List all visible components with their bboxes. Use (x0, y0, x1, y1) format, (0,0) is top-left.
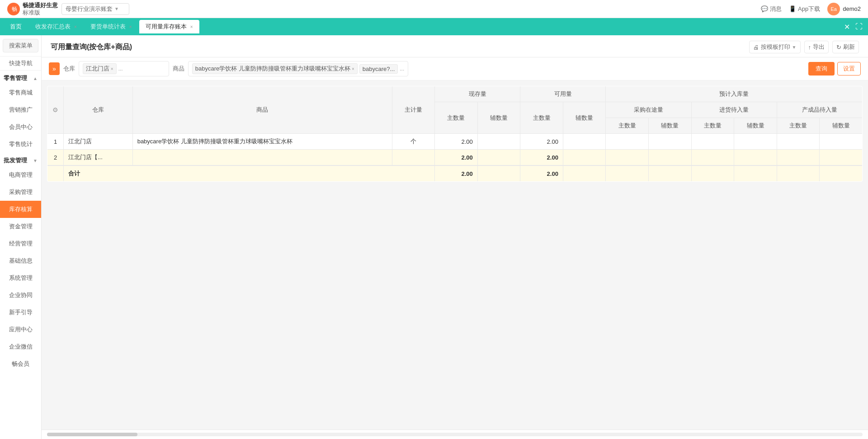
export-button[interactable]: ↑ 导出 (804, 41, 829, 53)
refresh-button[interactable]: ↻ 刷新 (832, 41, 859, 53)
sidebar-group-retail[interactable]: 零售管理 ▲ (0, 71, 41, 84)
quick-nav-label: 快捷导航 (9, 60, 33, 66)
nav-tabs: 首页 收发存汇总表 × 要货单统计表 × 可用量库存账本 × ✕ ⛶ (0, 18, 868, 35)
sidebar-group-wholesale[interactable]: 批发管理 ▼ (0, 153, 41, 166)
row1-uom: 个 (392, 134, 435, 150)
row2-pur-main (606, 150, 649, 166)
tab-kuyongliang[interactable]: 可用量库存账本 × (139, 20, 199, 33)
message-button[interactable]: 💬 消息 (761, 5, 782, 13)
sidebar-item-retail-mall[interactable]: 零售商城 (0, 84, 41, 101)
sidebar-item-ecommerce[interactable]: 电商管理 (0, 166, 41, 184)
product-tag-1-remove-icon[interactable]: × (352, 66, 354, 71)
col-product-main: 主数量 (777, 118, 820, 134)
sidebar-item-label: 企业微信 (9, 343, 33, 351)
close-all-icon[interactable]: ✕ (842, 21, 852, 33)
app-icon: 📱 (789, 5, 796, 12)
sidebar: 搜索菜单 快捷导航 零售管理 ▲ 零售商城 营销推广 会员中心 零售统计 批发管… (0, 35, 42, 439)
warehouse-filter-input[interactable]: 江北门店 × ... (79, 61, 169, 76)
row1-in-main (691, 134, 734, 150)
total-prod-main (777, 165, 820, 182)
tab-label: 收发存汇总表 (35, 23, 71, 31)
print-button[interactable]: 🖨 按模板打印 ▼ (749, 41, 801, 53)
sidebar-item-label: 基础信息 (9, 257, 33, 265)
sidebar-item-newbie[interactable]: 新手引导 (0, 304, 41, 321)
row1-warehouse: 江北门店 (64, 134, 133, 150)
row1-product: babycare学饮杯 儿童防摔防撞吸管杯重力球吸嘴杯宝宝水杯 (132, 134, 392, 150)
sidebar-item-retail-stats[interactable]: 零售统计 (0, 136, 41, 153)
sidebar-item-marketing[interactable]: 营销推广 (0, 101, 41, 118)
sidebar-item-purchase[interactable]: 采购管理 (0, 184, 41, 201)
tab-yaohuo[interactable]: 要货单统计表 × (84, 20, 138, 33)
tab-close-icon[interactable]: × (129, 24, 132, 29)
settings-button[interactable]: 设置 (837, 62, 861, 76)
top-bar-right: 💬 消息 📱 App下载 Ea demo2 (761, 3, 861, 15)
sidebar-item-label: 系统管理 (9, 274, 33, 282)
col-uom-header: 主计量 (392, 86, 435, 134)
sidebar-item-ops[interactable]: 经营管理 (0, 235, 41, 252)
sidebar-item-basic[interactable]: 基础信息 (0, 252, 41, 269)
print-label: 按模板打印 (761, 43, 790, 51)
home-tab-label: 首页 (10, 23, 22, 31)
scrollbar-thumb[interactable] (47, 433, 137, 436)
row2-product (132, 150, 392, 166)
sidebar-item-vip[interactable]: 畅会员 (0, 355, 41, 373)
horizontal-scrollbar[interactable] (47, 433, 863, 436)
tab-shoufacun[interactable]: 收发存汇总表 × (29, 20, 83, 33)
row2-uom (392, 150, 435, 166)
col-warehouse-header: 仓库 (64, 86, 133, 134)
row2-in-main (691, 150, 734, 166)
sidebar-item-finance[interactable]: 资金管理 (0, 218, 41, 235)
logo-text: 畅捷通好生意 标准版 (23, 2, 58, 16)
avatar: Ea (827, 3, 840, 15)
row2-pur-aux (649, 150, 692, 166)
message-icon: 💬 (761, 5, 768, 12)
col-pur-transit-aux: 辅数量 (649, 118, 692, 134)
warehouse-tag-remove-icon[interactable]: × (111, 66, 113, 71)
row1-pur-aux (649, 134, 692, 150)
sidebar-item-inventory[interactable]: 库存核算 (0, 201, 41, 218)
product-tag-1: babycare学饮杯 儿童防摔防撞吸管杯重力球吸嘴杯宝宝水杯 × (192, 63, 358, 74)
sidebar-item-system[interactable]: 系统管理 (0, 269, 41, 287)
page-actions: 🖨 按模板打印 ▼ ↑ 导出 ↻ 刷新 (749, 41, 859, 53)
industry-selector[interactable]: 母婴行业演示账套 ▼ (61, 3, 129, 15)
row1-prod-aux (820, 134, 863, 150)
filter-actions: 查询 设置 (808, 62, 861, 76)
sidebar-item-label: 企业协同 (9, 291, 33, 299)
sidebar-item-label: 资金管理 (9, 222, 33, 231)
user-avatar-button[interactable]: Ea demo2 (827, 3, 861, 15)
sidebar-item-label: 经营管理 (9, 240, 33, 248)
sidebar-item-appstore[interactable]: 应用中心 (0, 321, 41, 338)
sidebar-item-label: 新手引导 (9, 308, 33, 316)
search-menu-button[interactable]: 搜索菜单 (3, 39, 38, 52)
row2-warehouse: 江北门店【... (64, 150, 133, 166)
tab-close-icon[interactable]: × (190, 24, 193, 29)
tab-home[interactable]: 首页 (4, 20, 28, 33)
sidebar-item-label: 电商管理 (9, 171, 33, 179)
filter-more-icon[interactable]: ... (118, 66, 123, 72)
tab-label: 要货单统计表 (90, 23, 126, 31)
chevron-down-icon: ▼ (33, 158, 38, 163)
tab-label: 可用量库存账本 (146, 23, 187, 31)
page-header: 可用量查询(按仓库+商品) 🖨 按模板打印 ▼ ↑ 导出 ↻ 刷新 (42, 35, 868, 57)
table-settings-icon[interactable]: ⚙ (52, 106, 58, 113)
app-download-button[interactable]: 📱 App下载 (789, 5, 820, 13)
col-settings-header: ⚙ (47, 86, 64, 134)
total-row: 合计 2.00 2.00 (47, 165, 863, 182)
total-label: 合计 (64, 165, 435, 182)
product-filter-more-icon[interactable]: ... (400, 66, 404, 72)
product-tag-1-value: babycare学饮杯 儿童防摔防撞吸管杯重力球吸嘴杯宝宝水杯 (195, 65, 350, 73)
refresh-icon: ↻ (836, 44, 841, 51)
tab-close-icon[interactable]: × (74, 24, 77, 29)
fullscreen-icon[interactable]: ⛶ (854, 21, 864, 33)
sidebar-item-enterprise[interactable]: 企业协同 (0, 287, 41, 304)
col-product-header: 商品 (132, 86, 392, 134)
sidebar-item-member[interactable]: 会员中心 (0, 118, 41, 136)
row1-prod-main (777, 134, 820, 150)
sidebar-item-wechat[interactable]: 企业微信 (0, 338, 41, 355)
total-avail-main: 2.00 (520, 165, 563, 182)
warehouse-filter-label: 仓库 (63, 65, 75, 73)
sidebar-item-quick-nav[interactable]: 快捷导航 (0, 57, 41, 71)
query-button[interactable]: 查询 (808, 62, 835, 76)
filter-toggle-button[interactable]: » (49, 62, 60, 75)
product-filter-input[interactable]: babycare学饮杯 儿童防摔防撞吸管杯重力球吸嘴杯宝宝水杯 × babyca… (188, 61, 409, 76)
